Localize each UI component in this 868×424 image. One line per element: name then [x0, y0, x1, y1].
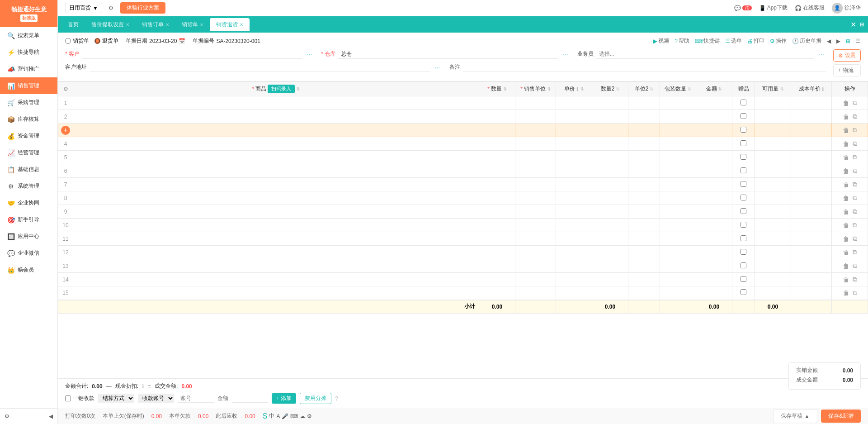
price-sort-icon[interactable]: ⇅ [580, 86, 584, 91]
row-unit-2[interactable] [515, 110, 556, 124]
copy-icon[interactable]: ⧉ [853, 248, 857, 256]
fee-split-btn[interactable]: 费用分摊 [300, 393, 331, 404]
row-qty-2[interactable] [479, 110, 515, 124]
close-all-icon[interactable]: ✕ [850, 20, 856, 29]
sidebar-item-operations[interactable]: 📈 经营管理 [0, 144, 57, 161]
expand-icon[interactable]: ⊞ [860, 21, 864, 28]
toolbar-select[interactable]: ☰ 选单 [725, 37, 742, 45]
copy-icon[interactable]: ⧉ [853, 221, 857, 229]
copy-icon[interactable]: ⧉ [853, 153, 857, 161]
amount-input[interactable] [232, 394, 268, 403]
copy-icon[interactable]: ⧉ [853, 235, 857, 243]
experience-btn[interactable]: 体验行业方案 [120, 2, 165, 14]
tab-price-extract-close[interactable]: ✕ [126, 22, 129, 27]
grid-view-btn[interactable]: ⊞ [846, 38, 850, 44]
copy-icon-3[interactable]: ⧉ [853, 126, 857, 134]
salesperson-dots-btn[interactable]: ··· [817, 51, 826, 58]
scan-input-btn[interactable]: 扫码录入 [268, 85, 295, 93]
warehouse-input[interactable] [338, 49, 558, 59]
row-price-3[interactable] [556, 124, 592, 137]
qty2-sort-icon[interactable]: ⇅ [616, 86, 619, 91]
add-row-btn[interactable]: + [61, 126, 70, 135]
delete-icon[interactable]: 🗑 [843, 276, 849, 283]
kb-icon[interactable]: ⌨ [290, 413, 298, 419]
radio-sale-input[interactable] [65, 38, 71, 44]
tab-sales-return-close[interactable]: ✕ [240, 22, 243, 27]
radio-return-input[interactable] [94, 38, 100, 44]
available-sort-icon[interactable]: ⇅ [780, 86, 783, 91]
radio-return[interactable]: 退货单 [94, 37, 118, 45]
tab-sales-order-close[interactable]: ✕ [165, 22, 169, 27]
sidebar-item-inventory[interactable]: 📦 库存核算 [0, 111, 57, 128]
delete-icon[interactable]: 🗑 [843, 249, 849, 256]
toolbar-operation[interactable]: ⚙ 操作 [770, 37, 787, 45]
discount-info-icon[interactable]: ℹ [142, 383, 144, 390]
row-unit2-1[interactable] [628, 96, 660, 110]
save-new-btn[interactable]: 保存&新增 [821, 410, 861, 423]
sidebar-item-basics[interactable]: 📋 基础信息 [0, 161, 57, 178]
amount-sort-icon[interactable]: ⇅ [718, 86, 722, 91]
copy-icon[interactable]: ⧉ [853, 289, 857, 297]
collapse-icon[interactable]: ◀ [49, 413, 53, 419]
sidebar-item-search[interactable]: 🔍 搜索菜单 [0, 27, 57, 44]
cost-info-icon[interactable]: ℹ [822, 86, 824, 92]
tab-sales-close[interactable]: ✕ [200, 22, 203, 27]
warehouse-dots-btn[interactable]: ··· [561, 51, 570, 58]
delete-icon[interactable]: 🗑 [843, 140, 849, 148]
tab-sales[interactable]: 销货单 ✕ [175, 18, 210, 31]
row-qty-3[interactable] [479, 124, 515, 137]
toolbar-print[interactable]: 🖨 打印 [747, 37, 764, 45]
delete-icon-3[interactable]: 🗑 [843, 127, 849, 134]
delete-icon[interactable]: 🗑 [843, 154, 849, 161]
row-available-3[interactable] [755, 124, 791, 137]
delete-icon[interactable]: 🗑 [843, 222, 849, 229]
copy-icon[interactable]: ⧉ [853, 140, 857, 148]
delete-icon[interactable]: 🗑 [843, 167, 849, 175]
delete-icon[interactable]: 🗑 [843, 181, 849, 188]
sidebar-item-enterprise[interactable]: 🤝 企业协同 [0, 195, 57, 211]
delete-icon[interactable]: 🗑 [843, 208, 849, 215]
online-service-btn[interactable]: 🎧 在线客服 [795, 4, 825, 12]
row-product-2[interactable] [73, 110, 479, 124]
one-click-pay-label[interactable]: 一键收款 [65, 395, 94, 402]
delete-icon[interactable]: 🗑 [843, 195, 849, 202]
row-cost-1[interactable] [791, 96, 832, 110]
next-record-btn[interactable]: ▶ [836, 38, 840, 44]
copy-icon[interactable]: ⧉ [853, 208, 857, 215]
delete-icon[interactable]: 🗑 [843, 235, 849, 243]
copy-icon[interactable]: ⧉ [853, 181, 857, 188]
settings-input-icon[interactable]: ⚙ [307, 413, 312, 419]
row-gift-2[interactable] [732, 110, 755, 124]
pack-sort-icon[interactable]: ⇅ [688, 86, 691, 91]
unit2-sort-icon[interactable]: ⇅ [650, 86, 653, 91]
calendar-icon[interactable]: 📅 [179, 38, 185, 44]
settings-footer-icon[interactable]: ⚙ [5, 413, 9, 419]
row-cost-3[interactable] [791, 124, 832, 137]
customer-input[interactable] [82, 49, 302, 59]
tab-home[interactable]: 首页 [61, 18, 85, 31]
row-pack-2[interactable] [660, 110, 696, 124]
delete-icon[interactable]: 🗑 [843, 289, 849, 296]
fee-info-icon[interactable]: ? [335, 395, 338, 402]
row-amount-2[interactable] [696, 110, 732, 124]
row-unit2-3[interactable] [628, 124, 660, 137]
tab-sales-order[interactable]: 销售订单 ✕ [136, 18, 175, 31]
copy-icon-2[interactable]: ⧉ [853, 113, 857, 120]
row-unit-1[interactable] [515, 96, 556, 110]
product-input-3[interactable] [76, 127, 476, 133]
delete-icon-1[interactable]: 🗑 [843, 100, 849, 107]
price-info-icon[interactable]: ℹ [576, 86, 579, 92]
delete-icon[interactable]: 🗑 [843, 262, 849, 270]
row-pack-3[interactable] [660, 124, 696, 137]
toolbar-shortcut[interactable]: ⌨ 快捷键 [695, 37, 720, 45]
row-cost-2[interactable] [791, 110, 832, 124]
sidebar-item-purchase[interactable]: 🛒 采购管理 [0, 94, 57, 111]
sidebar-item-shortcuts[interactable]: ⚡ 快捷导航 [0, 44, 57, 61]
daily-goods-select[interactable]: 日用百货 ▼ [65, 3, 102, 13]
account-select[interactable]: 收款账号 [138, 394, 174, 403]
row-qty2-3[interactable] [592, 124, 628, 137]
salesperson-input[interactable] [596, 49, 815, 59]
list-view-btn[interactable]: ☰ [856, 38, 861, 44]
copy-icon[interactable]: ⧉ [853, 262, 857, 270]
radio-sale[interactable]: 销货单 [65, 37, 89, 45]
